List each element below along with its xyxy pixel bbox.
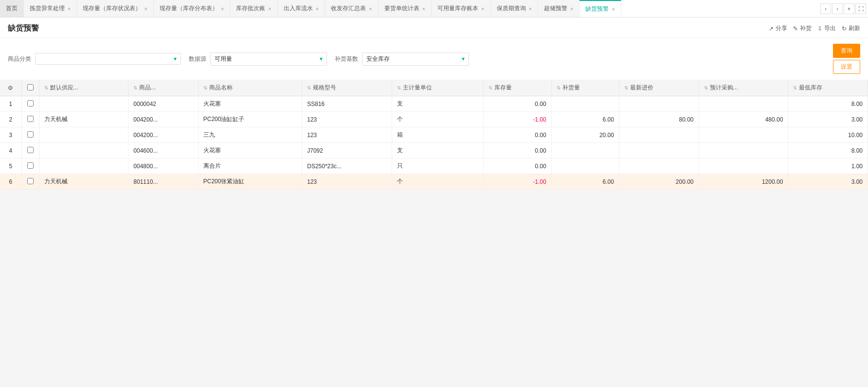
row-checkbox-cell[interactable]: [21, 158, 39, 174]
tab-close-order-stats[interactable]: ×: [422, 6, 425, 12]
row-latest-price: 80.00: [619, 112, 699, 127]
col-settings-header[interactable]: ⚙: [0, 80, 21, 96]
tab-close-available-ledger[interactable]: ×: [481, 6, 484, 12]
tab-item-inventory-dist[interactable]: 现存量（库存分布表）×: [154, 0, 230, 17]
col-unit-header[interactable]: ⇅ 主计量单位: [392, 80, 484, 96]
tab-item-exception[interactable]: 拣货异常处理×: [24, 0, 77, 17]
setting-button[interactable]: 设置: [833, 60, 860, 74]
tab-close-shortage[interactable]: ×: [612, 6, 615, 12]
row-num: 5: [0, 158, 21, 174]
col-product-name-header[interactable]: ⇅ 商品名称: [198, 80, 302, 96]
row-checkbox-cell[interactable]: [21, 127, 39, 143]
row-checkbox[interactable]: [27, 100, 34, 106]
tab-item-overstock[interactable]: 超储预警×: [538, 0, 579, 17]
tab-close-exception[interactable]: ×: [68, 6, 71, 12]
tab-close-btn[interactable]: ×: [844, 3, 854, 14]
tab-item-expiry[interactable]: 保质期查询×: [491, 0, 538, 17]
tab-item-batch-account[interactable]: 库存批次账×: [230, 0, 277, 17]
row-min-stock: 3.00: [788, 112, 868, 127]
row-replenish-qty: [551, 96, 619, 112]
category-select[interactable]: ▾: [35, 53, 181, 65]
row-stock: 0.00: [484, 158, 551, 174]
col-checkbox-header[interactable]: [21, 80, 39, 96]
sort-icon-unit: ⇅: [397, 85, 401, 90]
tab-prev-btn[interactable]: ‹: [820, 3, 831, 14]
row-checkbox-cell[interactable]: [21, 96, 39, 112]
replenish-base-label: 补货基数: [335, 55, 358, 63]
tab-item-inout-flow[interactable]: 出入库流水×: [278, 0, 325, 17]
row-checkbox[interactable]: [27, 131, 34, 138]
row-stock: 0.00: [484, 143, 551, 158]
share-btn[interactable]: ↗ 分享: [769, 24, 787, 33]
tab-bar: 首页拣货异常处理×现存量（库存状况表）×现存量（库存分布表）×库存批次账×出入库…: [0, 0, 868, 18]
row-checkbox[interactable]: [27, 116, 34, 122]
row-min-stock: 3.00: [788, 174, 868, 190]
tab-item-shortage[interactable]: 缺货预警×: [579, 0, 621, 17]
table-header-row: ⚙ ⇅ 默认供应... ⇅ 商品...: [0, 80, 868, 96]
tab-item-inventory-status[interactable]: 现存量（库存状况表）×: [77, 0, 153, 17]
col-default-supplier-header[interactable]: ⇅ 默认供应...: [39, 80, 128, 96]
replenish-base-select[interactable]: 安全库存 ▾: [362, 53, 469, 66]
table-row: 5 004800... 离合片 DS250*23c... 只 0.00 1.00: [0, 158, 868, 174]
tab-item-home[interactable]: 首页: [0, 0, 24, 17]
col-latest-price-header[interactable]: ⇅ 最新进价: [619, 80, 699, 96]
row-checkbox-cell[interactable]: [21, 174, 39, 190]
tab-close-receive-summary[interactable]: ×: [369, 6, 372, 12]
tab-label-inventory-dist: 现存量（库存分布表）: [160, 4, 218, 13]
row-product-code: 004800...: [128, 158, 198, 174]
row-spec: SS816: [302, 96, 392, 112]
filter-actions: 查询 设置: [833, 44, 860, 74]
tab-item-available-ledger[interactable]: 可用量库存账本×: [432, 0, 490, 17]
row-spec: DS250*23c...: [302, 158, 392, 174]
page-title: 缺货预警: [8, 23, 39, 34]
col-spec-header[interactable]: ⇅ 规格型号: [302, 80, 392, 96]
col-est-purchase-header[interactable]: ⇅ 预计采购...: [699, 80, 788, 96]
query-button[interactable]: 查询: [833, 44, 860, 58]
replenish-base-value: 安全库存: [366, 55, 390, 63]
row-unit: 个: [392, 174, 484, 190]
row-product-code: 004600...: [128, 143, 198, 158]
row-product-name: PC200油缸缸子: [198, 112, 302, 127]
col-min-stock-header[interactable]: ⇅ 最低库存: [788, 80, 868, 96]
row-checkbox[interactable]: [27, 162, 34, 169]
datasource-select[interactable]: 可用量 ▾: [210, 53, 327, 66]
col-stock-header[interactable]: ⇅ 库存量: [484, 80, 551, 96]
row-checkbox[interactable]: [27, 178, 34, 184]
refresh-btn[interactable]: ↻ 刷新: [842, 24, 860, 33]
col-replenish-qty-header[interactable]: ⇅ 补货量: [551, 80, 619, 96]
tab-close-overstock[interactable]: ×: [570, 6, 573, 12]
row-stock: -1.00: [484, 174, 551, 190]
sort-icon-min: ⇅: [793, 85, 797, 90]
tab-close-inventory-dist[interactable]: ×: [221, 6, 224, 12]
row-default-supplier: [39, 96, 128, 112]
row-min-stock: 8.00: [788, 96, 868, 112]
col-product-code-header[interactable]: ⇅ 商品...: [128, 80, 198, 96]
select-all-checkbox[interactable]: [27, 84, 34, 90]
row-checkbox-cell[interactable]: [21, 112, 39, 127]
row-default-supplier: [39, 158, 128, 174]
datasource-select-arrow: ▾: [320, 55, 323, 62]
tab-item-receive-summary[interactable]: 收发存汇总表×: [325, 0, 378, 17]
tab-close-batch-account[interactable]: ×: [268, 6, 271, 12]
export-btn[interactable]: ⇩ 导出: [817, 24, 836, 33]
tab-next-btn[interactable]: ›: [832, 3, 843, 14]
row-spec: J7092: [302, 143, 392, 158]
replenish-btn[interactable]: ✎ 补货: [793, 24, 812, 33]
tab-fullscreen-btn[interactable]: ⛶: [855, 3, 866, 14]
tab-item-order-stats[interactable]: 要货单统计表×: [379, 0, 432, 17]
row-checkbox[interactable]: [27, 147, 34, 153]
row-replenish-qty: 20.00: [551, 127, 619, 143]
tab-close-expiry[interactable]: ×: [529, 6, 532, 12]
category-select-arrow: ▾: [174, 55, 177, 62]
table-body: 1 0000042 火花塞 SS816 支 0.00 8.00 2 力天机械 0…: [0, 96, 868, 190]
row-est-purchase: [699, 127, 788, 143]
row-product-code: 801110...: [128, 174, 198, 190]
tab-close-inout-flow[interactable]: ×: [316, 6, 319, 12]
row-checkbox-cell[interactable]: [21, 143, 39, 158]
row-latest-price: 200.00: [619, 174, 699, 190]
tab-close-inventory-status[interactable]: ×: [144, 6, 147, 12]
share-icon: ↗: [769, 25, 774, 32]
table-row: 1 0000042 火花塞 SS816 支 0.00 8.00: [0, 96, 868, 112]
sort-icon-name: ⇅: [203, 85, 207, 90]
row-stock: 0.00: [484, 96, 551, 112]
